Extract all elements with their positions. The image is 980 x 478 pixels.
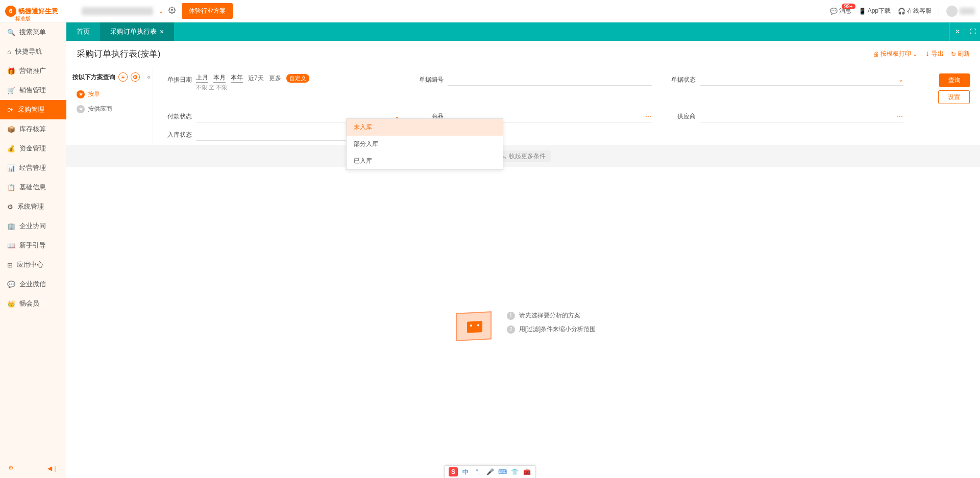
refresh-button[interactable]: ↻ 刷新 <box>951 49 970 58</box>
date-to[interactable]: 不限 <box>216 84 227 90</box>
messages-button[interactable]: 💬 消息 99+ <box>830 7 851 15</box>
sidebar-item-basedata[interactable]: 📋基础信息 <box>0 178 66 197</box>
tab-home[interactable]: 首页 <box>66 22 100 41</box>
sidebar-item-shortcut[interactable]: ⌂快捷导航 <box>0 42 66 61</box>
ime-lang[interactable]: 中 <box>461 467 470 476</box>
field-bill-status: 单据状态 ⌄ <box>667 73 903 86</box>
headset-icon: 🎧 <box>898 8 905 15</box>
in-status-dropdown: 未入库 部分入库 已入库 <box>346 118 503 170</box>
date-this-month[interactable]: 本月 <box>213 73 226 83</box>
scheme-by-order[interactable]: ★ 按单 <box>66 87 153 102</box>
sidebar-item-label: 企业协同 <box>19 221 46 231</box>
ime-toolbar[interactable]: S 中 °, 🎤 ⌨ 👕 🧰 <box>444 465 536 478</box>
step-number: 2 <box>507 325 515 334</box>
scheme-label: 按供应商 <box>88 105 112 113</box>
user-menu[interactable] <box>946 6 975 17</box>
ime-skin-icon[interactable]: 👕 <box>510 467 519 476</box>
sidebar-item-finance[interactable]: 💰资金管理 <box>0 139 66 158</box>
add-scheme-button[interactable]: + <box>118 72 128 82</box>
sidebar-item-search[interactable]: 🔍搜索菜单 <box>0 22 66 42</box>
online-service-label: 在线客服 <box>907 7 932 15</box>
ime-punct-icon[interactable]: °, <box>473 467 482 476</box>
date-from[interactable]: 不限 <box>196 84 207 90</box>
cart-icon: 🛒 <box>7 87 15 94</box>
ime-mic-icon[interactable]: 🎤 <box>485 467 495 476</box>
empty-illustration <box>451 302 497 343</box>
export-icon: ⤓ <box>925 51 930 58</box>
company-name-blurred <box>82 7 153 15</box>
sidebar-item-apps[interactable]: ⊞应用中心 <box>0 255 66 274</box>
date-more[interactable]: 更多 <box>269 74 281 83</box>
close-icon[interactable]: × <box>160 28 164 36</box>
app-download-label: App下载 <box>868 7 891 15</box>
collapse-sidebar-icon[interactable]: ◀｜ <box>47 464 58 473</box>
export-button[interactable]: ⤓ 导出 <box>925 49 944 58</box>
scheme-settings-button[interactable]: ⚙ <box>131 72 140 82</box>
sidebar-item-purchase[interactable]: 🛍采购管理 <box>0 100 66 119</box>
sidebar-item-label: 系统管理 <box>17 202 44 211</box>
print-icon: 🖨 <box>873 51 879 58</box>
print-template-button[interactable]: 🖨 按模板打印 ⌄ <box>873 49 918 58</box>
app-download-button[interactable]: 📱 App下载 <box>859 7 891 15</box>
bill-status-select[interactable]: ⌄ <box>700 73 903 86</box>
field-label: 单据编号 <box>415 73 444 84</box>
sidebar-item-label: 应用中心 <box>17 260 43 269</box>
query-button[interactable]: 查询 <box>939 73 970 87</box>
sidebar-item-member[interactable]: 👑畅会员 <box>0 294 66 313</box>
sidebar-item-wechat[interactable]: 💬企业微信 <box>0 274 66 294</box>
sidebar-item-system[interactable]: ⚙系统管理 <box>0 197 66 216</box>
svg-point-0 <box>171 9 173 11</box>
sidebar-item-label: 资金管理 <box>19 144 46 153</box>
dropdown-option-not-in[interactable]: 未入库 <box>347 119 503 136</box>
supplier-select[interactable]: ⋯ <box>700 110 903 122</box>
date-this-year[interactable]: 本年 <box>231 73 243 83</box>
sidebar-footer: ⚙ ◀｜ <box>0 459 66 478</box>
money-icon: 💰 <box>7 145 15 153</box>
filter-settings-button[interactable]: 设置 <box>938 90 970 104</box>
tab-purchase-order-exec[interactable]: 采购订单执行表 × <box>100 22 174 41</box>
avatar-icon <box>946 6 958 17</box>
sidebar: 🔍搜索菜单 ⌂快捷导航 🎁营销推广 🛒销售管理 🛍采购管理 📦库存核算 💰资金管… <box>0 22 66 478</box>
ime-keyboard-icon[interactable]: ⌨ <box>498 467 507 476</box>
fullscreen-button[interactable]: ⛶ <box>965 22 980 41</box>
dropdown-option-done[interactable]: 已入库 <box>347 153 503 169</box>
sidebar-item-inventory[interactable]: 📦库存核算 <box>0 119 66 139</box>
settings-icon[interactable]: ⚙ <box>8 464 14 473</box>
sidebar-item-label: 基础信息 <box>19 183 46 192</box>
step-text: 用[过滤]条件来缩小分析范围 <box>519 325 596 334</box>
field-label: 单据日期 <box>163 73 192 84</box>
bag-icon: 🛍 <box>7 106 14 114</box>
sidebar-item-marketing[interactable]: 🎁营销推广 <box>0 61 66 81</box>
sidebar-item-label: 采购管理 <box>18 105 44 114</box>
online-service-button[interactable]: 🎧 在线客服 <box>898 7 932 15</box>
collapse-scheme-icon[interactable]: « <box>147 73 151 81</box>
scheme-label: 按单 <box>88 90 100 98</box>
list-icon: 📋 <box>7 184 15 191</box>
sidebar-item-sales[interactable]: 🛒销售管理 <box>0 81 66 100</box>
close-all-tabs-button[interactable]: ✕ <box>949 22 965 41</box>
field-supplier: 供应商 ⋯ <box>667 110 903 122</box>
company-selector[interactable]: ⌄ <box>82 7 168 15</box>
field-bill-no: 单据编号 <box>415 73 651 86</box>
experience-button[interactable]: 体验行业方案 <box>182 3 233 19</box>
scheme-title: 按以下方案查询 <box>72 73 115 82</box>
bill-no-input[interactable] <box>448 73 651 86</box>
sogou-icon[interactable]: S <box>449 467 458 476</box>
gear-icon[interactable] <box>168 7 176 15</box>
box-icon: 📦 <box>7 125 15 133</box>
more-icon: ⋯ <box>897 113 903 120</box>
top-header: 6 畅捷通好生意 标准版 ⌄ 体验行业方案 💬 消息 99+ 📱 App下载 🎧… <box>0 0 980 22</box>
grid-icon: ⊞ <box>7 261 13 269</box>
collapse-filters-bar[interactable]: ︽ 收起更多条件 <box>66 148 980 165</box>
phone-icon: 📱 <box>859 8 866 15</box>
sidebar-item-business[interactable]: 📊经营管理 <box>0 158 66 178</box>
date-recent7[interactable]: 近7天 <box>248 74 264 83</box>
scheme-icon: ★ <box>77 105 85 113</box>
scheme-by-supplier[interactable]: ★ 按供应商 <box>66 102 153 116</box>
dropdown-option-partial[interactable]: 部分入库 <box>347 136 503 153</box>
date-custom[interactable]: 自定义 <box>286 74 309 83</box>
sidebar-item-collab[interactable]: 🏢企业协同 <box>0 216 66 236</box>
sidebar-item-guide[interactable]: 📖新手引导 <box>0 236 66 255</box>
date-last-month[interactable]: 上月 <box>196 73 208 83</box>
ime-toolbox-icon[interactable]: 🧰 <box>522 467 531 476</box>
